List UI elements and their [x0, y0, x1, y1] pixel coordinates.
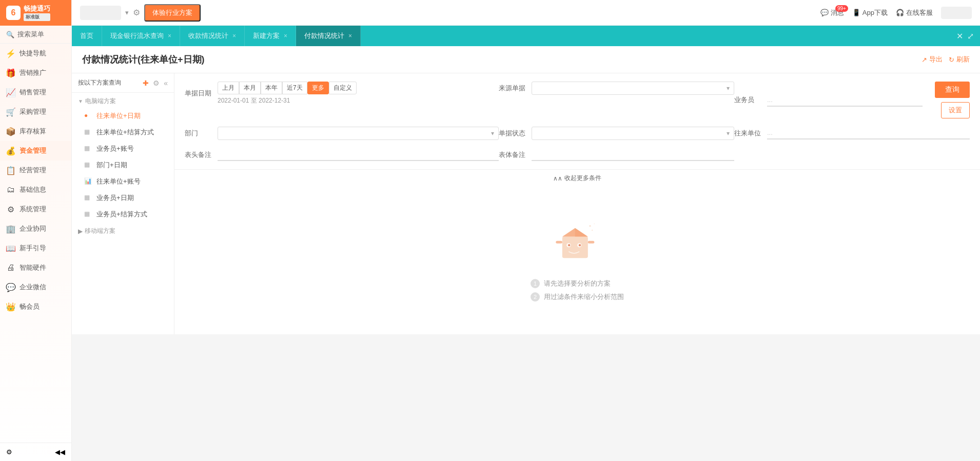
more-btn[interactable]: 更多	[307, 82, 329, 94]
scheme-header-actions: ✚ ⚙ «	[143, 79, 168, 87]
tab-close-all-icon[interactable]: ✕	[956, 31, 963, 41]
filter-row-1: 单据日期 上月 本月 本年 近7天 更多 自定义 20	[185, 82, 970, 118]
page-title: 付款情况统计(往来单位+日期)	[82, 53, 205, 66]
trial-btn[interactable]: 体验行业方案	[144, 4, 201, 22]
collapse-label: 收起更多条件	[564, 174, 601, 183]
svg-point-1	[592, 230, 593, 231]
date-buttons: 上月 本月 本年 近7天 更多 自定义	[218, 82, 499, 94]
filter-row-2: 部门 ▾ 单据状态	[185, 127, 970, 140]
scheme-item-partner-settle[interactable]: ▦ 往来单位+结算方式	[72, 124, 174, 141]
empty-state: 1 请先选择要分析的方案 2 用过滤条件来缩小分析范围	[174, 187, 980, 334]
bill-status-select[interactable]: ▾	[532, 127, 734, 140]
filter-settings-btn[interactable]: 设置	[941, 102, 970, 118]
service-icon: 🎧	[896, 9, 904, 16]
empty-illustration	[552, 217, 603, 269]
sidebar-item-enterprise[interactable]: 🏢 企业协同	[0, 219, 71, 238]
tab-payment-close-icon[interactable]: ×	[348, 32, 352, 39]
add-scheme-btn[interactable]: ✚	[143, 79, 149, 87]
query-btn[interactable]: 查询	[935, 82, 970, 98]
company-dropdown-btn[interactable]: ▾	[125, 9, 129, 16]
marketing-icon: 🎁	[6, 68, 15, 77]
date-range-display: 2022-01-01 至 2022-12-31	[218, 96, 499, 105]
mobile-scheme-category[interactable]: ▶ 移动端方案	[72, 223, 174, 239]
staff-input[interactable]	[767, 94, 923, 106]
svg-point-9	[579, 244, 581, 246]
user-avatar[interactable]	[941, 7, 972, 19]
table-body-note-input[interactable]	[532, 148, 734, 161]
pc-category-label: 电脑端方案	[85, 97, 116, 106]
last-month-btn[interactable]: 上月	[218, 82, 239, 94]
last-7-btn[interactable]: 近7天	[282, 82, 307, 94]
staff-input-wrapper	[767, 94, 923, 107]
hardware-icon: 🖨	[6, 263, 15, 272]
scheme-item-staff-date[interactable]: ▦ 业务员+日期	[72, 190, 174, 206]
tab-new-scheme-label: 新建方案	[253, 31, 280, 41]
tab-bank-close-icon[interactable]: ×	[168, 32, 171, 39]
sidebar-item-wechat[interactable]: 💬 企业微信	[0, 277, 71, 297]
scheme-chart-icon: 📊	[84, 177, 92, 186]
tab-payment[interactable]: 付款情况统计 ×	[296, 26, 361, 46]
member-icon: 👑	[6, 302, 15, 311]
pc-scheme-category[interactable]: ▼ 电脑端方案	[72, 93, 174, 108]
tab-bank[interactable]: 现金银行流水查询 ×	[102, 26, 180, 46]
topbar-right: 💬 消息 99+ 📱 App下载 🎧 在线客服	[820, 7, 972, 19]
table-body-note-wrapper	[532, 148, 734, 161]
app-download-btn[interactable]: 📱 App下载	[852, 8, 888, 17]
tab-new-scheme-close-icon[interactable]: ×	[284, 32, 287, 39]
source-bill-label: 来源单据	[499, 84, 527, 93]
tab-expand-icon[interactable]: ⤢	[967, 31, 974, 41]
sidebar-item-hardware[interactable]: 🖨 智能硬件	[0, 258, 71, 277]
export-label: 导出	[929, 55, 943, 64]
scheme-item-staff-settle[interactable]: ▦ 业务员+结算方式	[72, 206, 174, 223]
scheme-header-label: 按以下方案查询	[78, 78, 121, 87]
sidebar-item-sales[interactable]: 📈 销售管理	[0, 83, 71, 102]
sidebar-item-marketing[interactable]: 🎁 营销推广	[0, 63, 71, 83]
sidebar-nav: ⚡ 快捷导航 🎁 营销推广 📈 销售管理 🛒 采购管理 📦 库存核算 💰 资金管…	[0, 44, 71, 443]
source-bill-select[interactable]: ▾	[532, 82, 734, 95]
sidebar-item-finance[interactable]: 💰 资金管理	[0, 141, 71, 161]
scheme-grid-icon-3: ▦	[84, 161, 92, 169]
message-btn[interactable]: 💬 消息 99+	[820, 8, 844, 17]
tab-bank-label: 现金银行流水查询	[110, 31, 164, 41]
sidebar-item-label: 畅会员	[19, 302, 40, 311]
tab-receivable[interactable]: 收款情况统计 ×	[180, 26, 245, 46]
custom-btn[interactable]: 自定义	[329, 82, 357, 94]
sidebar-item-operation[interactable]: 📋 经营管理	[0, 161, 71, 180]
tab-new-scheme[interactable]: 新建方案 ×	[245, 26, 296, 46]
tab-receivable-close-icon[interactable]: ×	[232, 32, 236, 39]
tab-home[interactable]: 首页	[72, 26, 102, 46]
export-btn[interactable]: ↗ 导出	[922, 55, 943, 64]
partner-input-wrapper	[767, 127, 970, 139]
collapse-more-btn[interactable]: ∧∧ 收起更多条件	[174, 169, 980, 187]
sidebar-item-basic[interactable]: 🗂 基础信息	[0, 180, 71, 199]
dept-select[interactable]: ▾	[218, 127, 499, 140]
dept-arrow-icon: ▾	[491, 130, 494, 137]
search-menu-item[interactable]: 🔍 搜索菜单	[0, 26, 71, 44]
scheme-item-partner-date[interactable]: ● 往来单位+日期	[72, 108, 174, 124]
collapse-sidebar-icon[interactable]: ◀◀	[55, 448, 65, 456]
sidebar-item-guide[interactable]: 📖 新手引导	[0, 238, 71, 258]
partner-input[interactable]	[767, 127, 970, 139]
sidebar-item-system[interactable]: ⚙ 系统管理	[0, 199, 71, 219]
scheme-list: ● 往来单位+日期 ▦ 往来单位+结算方式 ▦ 业务员+账号 ▦ 部门+日期	[72, 108, 174, 223]
scheme-item-partner-account[interactable]: 📊 往来单位+账号	[72, 173, 174, 190]
online-service-btn[interactable]: 🎧 在线客服	[896, 8, 933, 17]
scheme-item-dept-date[interactable]: ▦ 部门+日期	[72, 157, 174, 173]
sidebar-item-quick-nav[interactable]: ⚡ 快捷导航	[0, 44, 71, 63]
sidebar-item-purchase[interactable]: 🛒 采购管理	[0, 102, 71, 122]
this-year-btn[interactable]: 本年	[261, 82, 282, 94]
scheme-collapse-btn[interactable]: «	[164, 79, 168, 87]
scheme-item-staff-account[interactable]: ▦ 业务员+账号	[72, 141, 174, 157]
settings-gear-icon[interactable]: ⚙	[133, 8, 140, 17]
refresh-btn[interactable]: ↻ 刷新	[949, 55, 970, 64]
sales-icon: 📈	[6, 88, 15, 97]
operation-icon: 📋	[6, 166, 15, 175]
sidebar-item-inventory[interactable]: 📦 库存核算	[0, 122, 71, 141]
this-month-btn[interactable]: 本月	[239, 82, 261, 94]
service-label: 在线客服	[906, 8, 933, 17]
sidebar-item-member[interactable]: 👑 畅会员	[0, 297, 71, 316]
settings-footer-icon[interactable]: ⚙	[6, 448, 12, 456]
scheme-settings-btn[interactable]: ⚙	[153, 79, 160, 87]
table-header-note-input[interactable]	[218, 148, 499, 161]
tabbar: 首页 现金银行流水查询 × 收款情况统计 × 新建方案 × 付款情况统计 × ✕…	[72, 26, 980, 46]
